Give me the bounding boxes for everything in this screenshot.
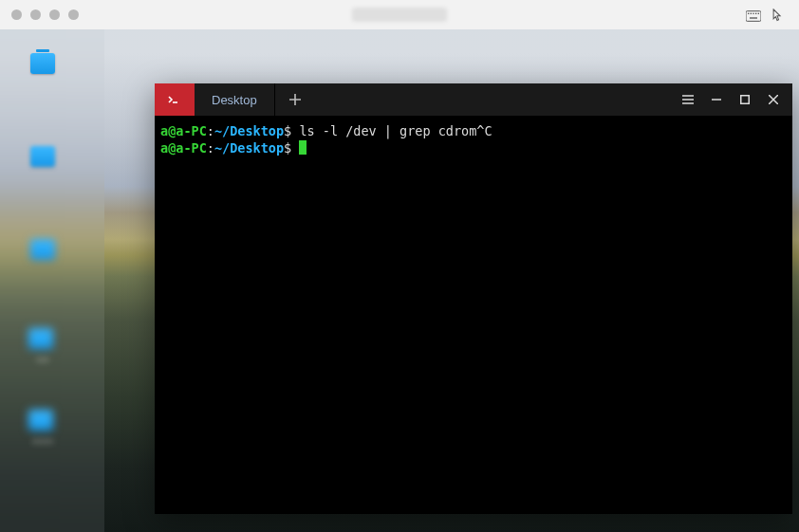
cursor-icon[interactable]	[772, 9, 788, 22]
desktop-folder-icon[interactable]	[30, 239, 55, 260]
desktop-background: xxx xxxxx Desktop	[0, 0, 799, 532]
topbar-title-blurred	[352, 8, 447, 22]
prompt-sigil: $	[284, 123, 291, 138]
terminal-body[interactable]: a@a-PC:~/Desktop$ ls -l /dev | grep cdro…	[155, 116, 792, 514]
terminal-tab-label: Desktop	[212, 93, 257, 107]
desktop-folder-icon[interactable]	[30, 146, 55, 167]
traffic-light-dot[interactable]	[49, 9, 60, 20]
svg-rect-7	[167, 94, 182, 105]
terminal-app-icon[interactable]	[155, 83, 195, 116]
keyboard-icon[interactable]	[746, 9, 761, 22]
prompt-path: ~/Desktop	[214, 140, 284, 156]
desktop-folder-icon[interactable]	[28, 328, 53, 349]
prompt-host: a-PC	[176, 140, 207, 156]
window-traffic-lights	[11, 9, 79, 20]
close-icon[interactable]	[766, 92, 781, 107]
hamburger-menu-icon[interactable]	[680, 92, 696, 107]
terminal-window: Desktop a@a-PC:~/Deskto	[155, 83, 792, 514]
svg-rect-3	[753, 12, 753, 13]
svg-rect-0	[746, 10, 761, 21]
terminal-window-controls	[669, 92, 792, 107]
prompt-path: ~/Desktop	[214, 123, 284, 138]
terminal-tab[interactable]: Desktop	[195, 83, 275, 116]
terminal-command-text: ls -l /dev | grep cdrom^C	[299, 123, 492, 138]
prompt-host: a-PC	[176, 123, 207, 138]
prompt-sigil: $	[284, 140, 291, 156]
prompt-user: a	[160, 123, 168, 138]
svg-rect-13	[741, 96, 750, 104]
traffic-light-dot[interactable]	[68, 9, 79, 20]
system-topbar	[0, 0, 799, 29]
prompt-user: a	[160, 140, 168, 156]
terminal-line: a@a-PC:~/Desktop$ ls -l /dev | grep cdro…	[160, 123, 787, 140]
desktop-icon-label: xxxxx	[19, 436, 66, 446]
dock-blur-strip	[0, 29, 104, 532]
new-tab-button[interactable]	[275, 83, 315, 116]
terminal-cursor	[299, 140, 307, 155]
svg-rect-2	[751, 12, 752, 13]
svg-rect-5	[758, 12, 759, 13]
desktop-icon-label: xxx	[19, 355, 66, 364]
minimize-icon[interactable]	[709, 92, 724, 107]
desktop-folder-icon[interactable]	[28, 410, 53, 431]
topbar-tray	[746, 9, 788, 22]
svg-rect-1	[748, 12, 749, 13]
traffic-light-dot[interactable]	[30, 9, 41, 20]
maximize-icon[interactable]	[737, 92, 753, 107]
desktop-folder-icon[interactable]	[30, 53, 55, 74]
traffic-light-dot[interactable]	[11, 9, 22, 20]
terminal-line: a@a-PC:~/Desktop$	[160, 140, 787, 157]
svg-rect-4	[755, 12, 756, 13]
terminal-tabbar: Desktop	[155, 83, 792, 116]
svg-rect-6	[750, 17, 757, 18]
